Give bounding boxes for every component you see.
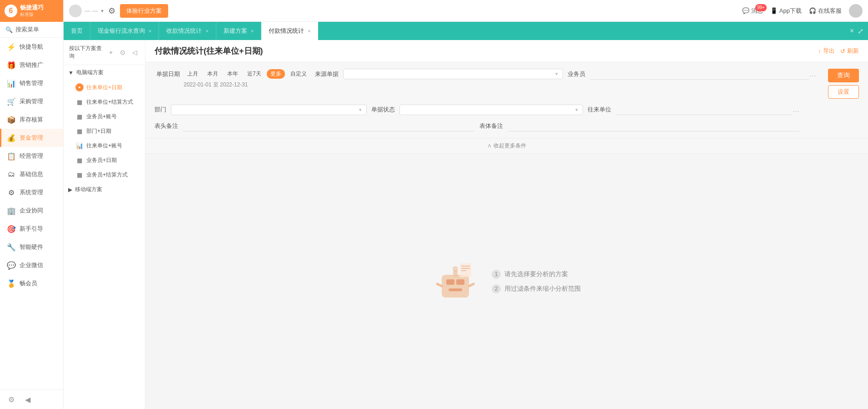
collapse-bar[interactable]: ∧ 收起更多条件 (145, 138, 868, 154)
mobile-scheme-arrow: ▶ (68, 187, 72, 193)
sidebar-item-label: 采购管理 (20, 97, 43, 106)
date-option-custom[interactable]: 自定义 (287, 69, 310, 79)
scheme-item-unit-account[interactable]: 📊 往来单位+账号 (64, 138, 145, 153)
sidebar-item-label: 快捷导航 (20, 43, 43, 51)
sidebar-item-weixin[interactable]: 💬 企业微信 (0, 256, 63, 274)
collapse-sidebar-icon[interactable]: ◀ (22, 394, 34, 405)
add-scheme-icon[interactable]: + (106, 47, 116, 57)
scheme-setting-icon[interactable]: ⊙ (118, 47, 128, 57)
mobile-scheme-group[interactable]: ▶ 移动端方案 (64, 182, 145, 197)
receipt-tab-close[interactable]: × (205, 28, 208, 34)
date-option-7days[interactable]: 近7天 (244, 69, 265, 79)
scheme-item-dept-date[interactable]: ▦ 部门+日期 (64, 124, 145, 138)
dept-select[interactable]: ▾ (171, 105, 367, 115)
refresh-button[interactable]: ↺ 刷新 (840, 47, 859, 55)
export-button[interactable]: ↑ 导出 (818, 47, 835, 55)
svg-point-5 (453, 266, 458, 272)
partner-ellipsis-icon[interactable]: … (793, 106, 800, 114)
topbar-gear-icon[interactable]: ⚙ (108, 6, 115, 16)
service-icon: 🎧 (809, 7, 816, 14)
staff-ellipsis-icon[interactable]: … (809, 70, 816, 78)
page-header-actions: ↑ 导出 ↺ 刷新 (818, 47, 859, 55)
partner-input[interactable] (616, 104, 793, 115)
date-option-more[interactable]: 更多 (267, 69, 285, 79)
sidebar-item-basic[interactable]: 🗂 基础信息 (0, 165, 63, 183)
new-scheme-tab-close[interactable]: × (251, 28, 254, 34)
date-option-this-month[interactable]: 本月 (204, 69, 222, 79)
date-option-last-month[interactable]: 上月 (184, 69, 202, 79)
sidebar-item-hardware[interactable]: 🔧 智能硬件 (0, 238, 63, 256)
svg-rect-2 (456, 279, 464, 285)
search-menu[interactable]: 🔍 搜索菜单 (0, 22, 63, 38)
svg-rect-1 (446, 279, 454, 285)
main-area: — — ▾ ⚙ 体验行业方案 💬 消息 99+ 📱 App下载 🎧 在线客服 (64, 0, 868, 409)
sidebar-item-guide[interactable]: 🎯 新手引导 (0, 220, 63, 238)
sidebar-logo: 6 畅捷通巧 标准版 (0, 0, 63, 22)
trial-button[interactable]: 体验行业方案 (120, 4, 168, 18)
scheme-item-chart-icon: 📊 (75, 141, 84, 150)
pc-scheme-group[interactable]: ▼ 电脑端方案 (64, 65, 145, 80)
tab-receipt[interactable]: 收款情况统计 × (159, 22, 216, 40)
notifications-btn[interactable]: 💬 消息 99+ (742, 7, 763, 15)
head-note-input[interactable] (183, 121, 475, 131)
online-service-btn[interactable]: 🎧 在线客服 (809, 7, 842, 15)
source-select[interactable]: ▾ (343, 69, 564, 79)
date-option-this-year[interactable]: 本年 (224, 69, 242, 79)
scheme-item-unit-settle[interactable]: ▦ 往来单位+结算方式 (64, 95, 145, 109)
filter-body: 单据日期 上月 本月 本年 近7天 更多 自定义 2022-01-0 (145, 62, 868, 138)
doc-status-select-arrow: ▾ (575, 107, 578, 113)
sidebar-item-system[interactable]: ⚙ 系统管理 (0, 183, 63, 202)
sidebar-item-shortcut[interactable]: ⚡ 快捷导航 (0, 38, 63, 56)
app-icon: 📱 (770, 7, 778, 14)
system-icon: ⚙ (7, 188, 16, 197)
scheme-item-label: 往来单位+账号 (86, 142, 122, 150)
settings-footer-icon[interactable]: ⚙ (5, 394, 17, 405)
receipt-tab-label: 收款情况统计 (166, 27, 202, 35)
scheme-item-staff-date[interactable]: ▦ 业务员+日期 (64, 153, 145, 167)
scheme-item-label: 往来单位+日期 (86, 84, 122, 91)
tip-2-text: 用过滤条件来缩小分析范围 (504, 285, 581, 293)
body-note-input[interactable] (508, 121, 800, 131)
sidebar-item-member[interactable]: 🏅 畅会员 (0, 274, 63, 293)
scheme-item-icon: ▦ (75, 127, 84, 135)
filter-area: 付款情况统计(往来单位+日期) ↑ 导出 ↺ 刷新 (145, 40, 868, 409)
payment-tab-close[interactable]: × (308, 28, 310, 34)
sidebar-item-sales[interactable]: 📊 销售管理 (0, 74, 63, 92)
tab-payment[interactable]: 付款情况统计 × (261, 22, 318, 40)
tab-new-scheme[interactable]: 新建方案 × (216, 22, 261, 40)
bank-tab-close[interactable]: × (149, 28, 151, 34)
sidebar-item-label: 系统管理 (20, 188, 43, 197)
basic-icon: 🗂 (7, 170, 16, 179)
sidebar-item-purchase[interactable]: 🛒 采购管理 (0, 92, 63, 111)
empty-tips: 1 请先选择要分析的方案 2 用过滤条件来缩小分析范围 (492, 270, 581, 293)
sidebar-nav: ⚡ 快捷导航 🎁 营销推广 📊 销售管理 🛒 采购管理 📦 库存核算 💰 资金管… (0, 38, 63, 389)
user-avatar[interactable] (849, 4, 863, 18)
empty-tip-1: 1 请先选择要分析的方案 (492, 270, 581, 279)
sidebar-item-operation[interactable]: 📋 经营管理 (0, 147, 63, 165)
empty-state-content: 1 请先选择要分析的方案 2 用过滤条件来缩小分析范围 (433, 259, 581, 304)
app-download-btn[interactable]: 📱 App下载 (770, 7, 802, 15)
scheme-item-staff-account[interactable]: ▦ 业务员+账号 (64, 109, 145, 124)
sidebar-item-marketing[interactable]: 🎁 营销推广 (0, 56, 63, 74)
tab-bank[interactable]: 现金银行流水查询 × (90, 22, 159, 40)
doc-status-select[interactable]: ▾ (399, 105, 584, 115)
tab-home[interactable]: 首页 (64, 22, 90, 40)
window-expand-icon[interactable]: ⤢ (858, 27, 863, 35)
settings-button[interactable]: 设置 (828, 85, 859, 99)
scheme-item-unit-date[interactable]: ● 往来单位+日期 (64, 80, 145, 95)
mobile-scheme-label: 移动端方案 (75, 186, 102, 193)
sales-icon: 📊 (7, 79, 16, 88)
sidebar-item-inventory[interactable]: 📦 库存核算 (0, 111, 63, 129)
scheme-header-icons: + ⊙ ◁ (106, 47, 140, 57)
staff-input[interactable] (590, 69, 809, 80)
sidebar-item-capital[interactable]: 💰 资金管理 (0, 129, 63, 147)
search-icon: 🔍 (5, 26, 13, 33)
window-close-icon[interactable]: × (850, 27, 854, 35)
query-button[interactable]: 查询 (828, 69, 859, 82)
scheme-item-staff-settle[interactable]: ▦ 业务员+结算方式 (64, 167, 145, 182)
profile[interactable]: — — ▾ (69, 5, 104, 17)
purchase-icon: 🛒 (7, 97, 16, 106)
sidebar-item-enterprise[interactable]: 🏢 企业协同 (0, 202, 63, 220)
scheme-collapse-icon[interactable]: ◁ (130, 47, 140, 57)
tip-num-1: 1 (492, 270, 501, 279)
